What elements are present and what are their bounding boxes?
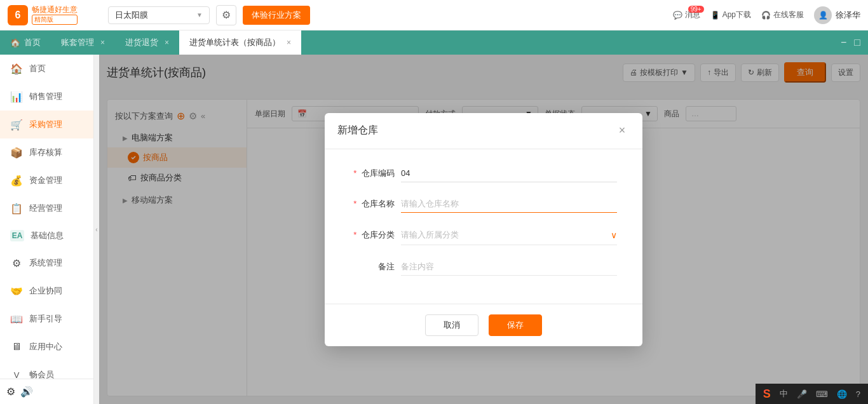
- warehouse-name-input[interactable]: [401, 195, 617, 213]
- chinese-label: 中: [780, 388, 788, 400]
- s-logo: S: [763, 387, 771, 401]
- online-service-label: 在线客服: [773, 10, 804, 20]
- basic-info-icon: EA: [10, 230, 24, 241]
- category-select[interactable]: 请输入所属分类 ∨: [401, 226, 617, 245]
- inventory-icon: 📦: [10, 146, 23, 159]
- modal-overlay: 新增仓库 × * 仓库编码 *: [99, 55, 868, 404]
- sidebar-item-home-label: 首页: [29, 63, 46, 74]
- form-row-code: * 仓库编码: [350, 165, 617, 182]
- member-icon: V: [10, 368, 23, 379]
- mic-icon[interactable]: 🎤: [797, 389, 807, 399]
- bottom-bar: S 中 🎤 ⌨ 🌐 ?: [756, 384, 868, 404]
- sidebar-item-enterprise[interactable]: 🤝 企业协同: [0, 277, 93, 305]
- form-row-note: 备注: [350, 258, 617, 276]
- tab-purchase-return-close[interactable]: ×: [165, 38, 169, 47]
- name-required-mark: *: [353, 199, 356, 208]
- sidebar: 🏠 首页 📊 销售管理 🛒 采购管理 📦 库存核算 💰 资金管理 📋 经: [0, 55, 94, 404]
- store-selector[interactable]: 日太阳膜 ▼: [108, 6, 210, 24]
- cancel-button[interactable]: 取消: [425, 314, 478, 336]
- app-center-icon: 🖥: [10, 340, 23, 353]
- save-button[interactable]: 保存: [489, 314, 542, 336]
- form-row-name: * 仓库名称: [350, 195, 617, 213]
- username: 徐泽华: [836, 10, 860, 21]
- category-placeholder: 请输入所属分类: [401, 229, 611, 241]
- system-icon: ⚙: [10, 257, 23, 269]
- sidebar-item-system[interactable]: ⚙ 系统管理: [0, 249, 93, 277]
- note-label: 备注: [350, 261, 401, 273]
- tab-purchase-stat[interactable]: 进货单统计表（按商品） ×: [179, 30, 301, 55]
- message-button[interactable]: 💬 消息 99+: [673, 10, 700, 20]
- tab-purchase-stat-close[interactable]: ×: [287, 38, 291, 47]
- help-icon[interactable]: ?: [856, 389, 860, 399]
- sidebar-item-finance[interactable]: 💰 资金管理: [0, 166, 93, 194]
- sidebar-nav: 🏠 首页 📊 销售管理 🛒 采购管理 📦 库存核算 💰 资金管理 📋 经: [0, 55, 93, 379]
- top-header: 6 畅捷通好生意 精简版 日太阳膜 ▼ ⚙ 体验行业方案 💬 消息 99+ 📱 …: [0, 0, 868, 30]
- headset-icon: 🎧: [761, 11, 771, 20]
- store-name: 日太阳膜: [115, 10, 191, 21]
- app-badge: 精简版: [32, 15, 78, 25]
- sidebar-item-system-label: 系统管理: [29, 257, 62, 269]
- sidebar-item-app-center-label: 应用中心: [29, 341, 62, 353]
- tab-controls: − □: [833, 37, 868, 48]
- guide-icon: 📖: [10, 313, 23, 325]
- sidebar-item-finance-label: 资金管理: [29, 175, 62, 186]
- translate-icon[interactable]: 🌐: [837, 389, 847, 399]
- sidebar-item-basic-info[interactable]: EA 基础信息: [0, 222, 93, 249]
- code-required-mark: *: [353, 168, 356, 178]
- purchase-icon: 🛒: [10, 118, 23, 131]
- sidebar-item-purchase[interactable]: 🛒 采购管理: [0, 111, 93, 138]
- sidebar-item-operation-label: 经营管理: [29, 203, 62, 214]
- modal-add-warehouse: 新增仓库 × * 仓库编码 *: [325, 113, 642, 346]
- sidebar-item-inventory[interactable]: 📦 库存核算: [0, 138, 93, 166]
- home-nav-icon: 🏠: [10, 62, 23, 75]
- sidebar-item-home[interactable]: 🏠 首页: [0, 55, 93, 83]
- sidebar-item-member-label: 畅会员: [29, 369, 54, 379]
- message-badge: 99+: [688, 6, 704, 13]
- category-required-mark: *: [353, 230, 356, 239]
- main-layout: 🏠 首页 📊 销售管理 🛒 采购管理 📦 库存核算 💰 资金管理 📋 经: [0, 55, 868, 404]
- tab-next-button[interactable]: □: [851, 37, 863, 48]
- modal-close-button[interactable]: ×: [614, 123, 630, 138]
- trial-button[interactable]: 体验行业方案: [243, 6, 310, 25]
- keyboard-icon[interactable]: ⌨: [816, 389, 828, 399]
- settings-bottom-icon[interactable]: ⚙: [6, 386, 15, 398]
- name-label: * 仓库名称: [350, 198, 401, 210]
- tab-account-close[interactable]: ×: [100, 38, 105, 47]
- gear-icon: ⚙: [222, 9, 231, 21]
- tab-purchase-return[interactable]: 进货退货 ×: [115, 30, 179, 55]
- sidebar-item-sales[interactable]: 📊 销售管理: [0, 83, 93, 111]
- enterprise-icon: 🤝: [10, 285, 23, 297]
- tab-home-label: 首页: [24, 37, 41, 48]
- sidebar-item-app-center[interactable]: 🖥 应用中心: [0, 333, 93, 361]
- message-icon: 💬: [673, 11, 682, 20]
- app-download-label: App下载: [722, 10, 751, 20]
- settings-button[interactable]: ⚙: [216, 5, 236, 25]
- sidebar-bottom: ⚙ 🔊: [0, 379, 93, 404]
- tab-home[interactable]: 🏠 首页: [0, 30, 51, 55]
- tab-bar: 🏠 首页 账套管理 × 进货退货 × 进货单统计表（按商品） × − □: [0, 30, 868, 55]
- tab-account-label: 账套管理: [61, 37, 94, 48]
- content-area: 进货单统计(按商品) 🖨 按模板打印 ▼ ↑ 导出 ↻ 刷新: [99, 55, 868, 404]
- finance-icon: 💰: [10, 174, 23, 187]
- home-icon: 🏠: [10, 38, 20, 48]
- sidebar-item-member[interactable]: V 畅会员: [0, 361, 93, 379]
- sidebar-item-guide[interactable]: 📖 新手引导: [0, 305, 93, 333]
- warehouse-code-input[interactable]: [401, 165, 617, 182]
- sidebar-collapse-handle[interactable]: ‹: [94, 55, 99, 404]
- category-dropdown-icon: ∨: [611, 230, 617, 240]
- tab-prev-button[interactable]: −: [838, 37, 849, 48]
- brand-name: 畅捷通好生意: [32, 5, 78, 15]
- sidebar-item-operation[interactable]: 📋 经营管理: [0, 194, 93, 222]
- user-area[interactable]: 👤 徐泽华: [814, 6, 860, 24]
- phone-icon: 📱: [710, 11, 720, 20]
- sidebar-item-enterprise-label: 企业协同: [29, 285, 62, 297]
- online-service-button[interactable]: 🎧 在线客服: [761, 10, 804, 20]
- speaker-icon[interactable]: 🔊: [20, 386, 33, 398]
- sales-icon: 📊: [10, 90, 23, 103]
- avatar: 👤: [814, 6, 832, 24]
- tab-account[interactable]: 账套管理 ×: [51, 30, 115, 55]
- modal-body: * 仓库编码 * 仓库名称: [325, 149, 642, 304]
- warehouse-note-input[interactable]: [401, 258, 617, 276]
- modal-title: 新增仓库: [337, 124, 378, 137]
- app-download-button[interactable]: 📱 App下载: [710, 10, 751, 20]
